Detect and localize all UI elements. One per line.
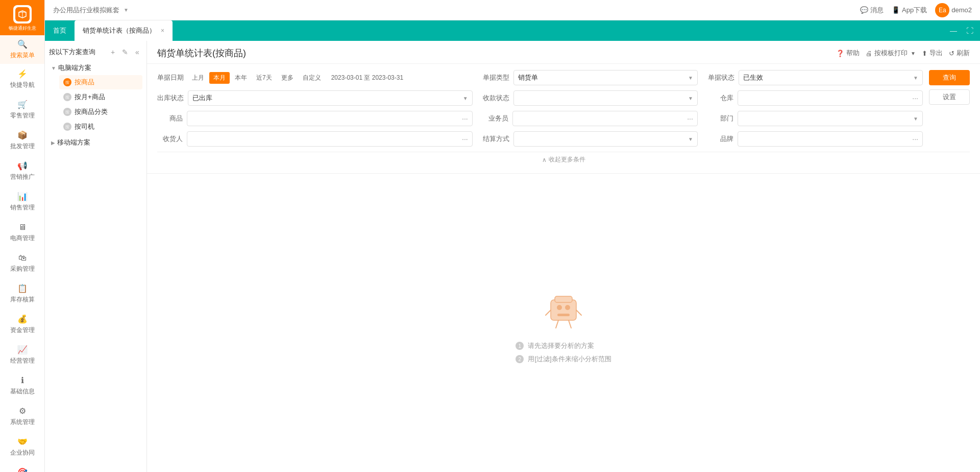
inventory-icon: 📋 <box>17 284 28 294</box>
help-btn[interactable]: ❓ 帮助 <box>836 49 860 58</box>
settings-button[interactable]: 设置 <box>929 89 970 105</box>
tree-child-bycategory[interactable]: 按 按商品分类 <box>59 105 142 119</box>
tree-arrow-mobile: ▶ <box>51 140 55 146</box>
payment-arrow[interactable]: ▼ <box>688 136 693 142</box>
sidebar-item-inventory[interactable]: 📋 库存核算 <box>0 278 44 309</box>
header-right: 💬 消息 📱 App下载 Ea demo2 <box>860 3 972 17</box>
workspace-dropdown-icon[interactable]: ▼ <box>124 7 129 13</box>
sales-icon: 📊 <box>17 192 28 202</box>
refresh-icon: ↺ <box>949 50 954 57</box>
brand-control[interactable]: ··· <box>738 131 923 147</box>
salesperson-dots[interactable]: ··· <box>687 114 693 123</box>
tree-label-mobile: 移动端方案 <box>57 138 90 147</box>
tab-minimize-btn[interactable]: — <box>947 25 960 37</box>
logo-icon <box>13 5 32 23</box>
tree-child-bygoods[interactable]: 按 按商品 <box>59 75 142 89</box>
message-btn[interactable]: 💬 消息 <box>860 6 884 15</box>
svg-rect-5 <box>557 314 570 316</box>
sidebar-item-operation[interactable]: 📈 经营管理 <box>0 340 44 370</box>
tab-active[interactable]: 销货单统计表（按商品） × <box>75 20 173 41</box>
sidebar-item-quicknav[interactable]: ⚡ 快捷导航 <box>0 64 44 95</box>
date-tab-thisyear[interactable]: 本年 <box>231 72 251 84</box>
date-tab-thismonth[interactable]: 本月 <box>209 72 230 84</box>
brand-label: 品牌 <box>708 134 733 144</box>
sidebar-item-ecommerce[interactable]: 🖥 电商管理 <box>0 217 44 248</box>
page-header: 销货单统计表(按商品) ❓ 帮助 🖨 按模板打印 ▼ ⬆ 导出 <box>147 41 980 64</box>
payment-control[interactable]: ▼ <box>513 131 698 147</box>
salesperson-control[interactable]: ··· <box>512 111 698 126</box>
sidebar-item-marketing[interactable]: 📢 营销推广 <box>0 156 44 186</box>
sidebar-item-sales[interactable]: 📊 销售管理 <box>0 186 44 217</box>
docstatus-arrow[interactable]: ▼ <box>913 75 918 81</box>
sidebar-item-purchase[interactable]: 🛍 采购管理 <box>0 248 44 278</box>
tree-child-bymonthgoods[interactable]: 按 按月+商品 <box>59 90 142 104</box>
date-tab-lastmonth[interactable]: 上月 <box>188 72 208 84</box>
filter-item-brand: 品牌 ··· <box>708 131 923 147</box>
tab-home[interactable]: 首页 <box>45 20 75 41</box>
sidebar-item-search[interactable]: 🔍 搜索菜单 <box>0 35 44 64</box>
docstatus-control[interactable]: 已生效 ▼ <box>739 70 923 85</box>
sidebar-item-newguide[interactable]: 🎯 新手引导 <box>0 462 44 472</box>
print-dropdown-icon: ▼ <box>911 51 916 56</box>
refresh-btn[interactable]: ↺ 刷新 <box>949 49 970 58</box>
sidebar-item-cooperation[interactable]: 🤝 企业协同 <box>0 432 44 462</box>
filter-fields: 单据日期 上月 本月 本年 近7天 更多 自定义 <box>157 70 923 152</box>
main-area: 办公用品行业模拟账套 ▼ 💬 消息 📱 App下载 Ea demo2 首页 <box>45 0 980 472</box>
tree-child-bydriver[interactable]: 按 按司机 <box>59 120 142 134</box>
message-icon: 💬 <box>860 6 868 14</box>
receiptstatus-control[interactable]: ▼ <box>513 90 698 106</box>
print-btn[interactable]: 🖨 按模板打印 ▼ <box>866 49 916 58</box>
tab-maximize-btn[interactable]: ⛶ <box>964 25 976 37</box>
edit-scheme-btn[interactable]: ✎ <box>120 47 130 57</box>
svg-rect-2 <box>555 296 572 302</box>
tab-close-btn[interactable]: × <box>161 27 164 34</box>
collapse-bar[interactable]: ∧ 收起更多条件 <box>157 152 970 167</box>
department-arrow[interactable]: ▼ <box>913 116 918 122</box>
sidebar-item-finance[interactable]: 💰 资金管理 <box>0 309 44 340</box>
date-tab-custom[interactable]: 自定义 <box>299 72 325 84</box>
receiptstatus-arrow[interactable]: ▼ <box>688 96 693 101</box>
filter-item-department: 部门 ▼ <box>708 111 923 126</box>
sidebar-item-basic[interactable]: ℹ 基础信息 <box>0 370 44 401</box>
receiver-dots[interactable]: ··· <box>462 135 468 143</box>
goods-dots[interactable]: ··· <box>462 114 468 123</box>
svg-point-4 <box>565 305 570 310</box>
print-icon: 🖨 <box>866 50 872 57</box>
logo-area[interactable]: 畅捷通好生意 <box>0 0 44 35</box>
export-btn[interactable]: ⬆ 导出 <box>922 49 943 58</box>
left-panel-title: 按以下方案查询 + ✎ « <box>49 47 142 57</box>
add-scheme-btn[interactable]: + <box>108 47 118 57</box>
sidebar-item-system[interactable]: ⚙ 系统管理 <box>0 401 44 432</box>
filter-row-3: 商品 ··· 业务员 <box>157 111 923 126</box>
sidebar-item-retail[interactable]: 🛒 零售管理 <box>0 95 44 125</box>
date-tab-more[interactable]: 更多 <box>277 72 298 84</box>
tree-arrow-desktop: ▼ <box>51 65 56 71</box>
top-header: 办公用品行业模拟账套 ▼ 💬 消息 📱 App下载 Ea demo2 <box>45 0 980 20</box>
warehouse-control[interactable]: ··· <box>738 90 923 106</box>
tree-parent-desktop[interactable]: ▼ 电脑端方案 <box>49 61 142 75</box>
tab-bar-right: — ⛶ <box>947 25 980 37</box>
user-info[interactable]: Ea demo2 <box>935 3 972 17</box>
tip-num-2: 2 <box>516 355 524 363</box>
tree-parent-mobile[interactable]: ▶ 移动端方案 <box>49 136 142 149</box>
cooperation-icon: 🤝 <box>17 437 28 447</box>
collapse-panel-btn[interactable]: « <box>132 47 142 57</box>
app-download-btn[interactable]: 📱 App下载 <box>892 6 927 15</box>
doctype-control[interactable]: 销货单 ▼ <box>513 70 698 85</box>
brand-dots[interactable]: ··· <box>912 135 918 143</box>
date-control[interactable]: 上月 本月 本年 近7天 更多 自定义 2023-03-01 至 2023-03… <box>188 70 473 85</box>
goods-control[interactable]: ··· <box>187 111 473 126</box>
doctype-arrow[interactable]: ▼ <box>688 75 693 81</box>
query-button[interactable]: 查询 <box>929 70 970 85</box>
sidebar-item-wholesale[interactable]: 📦 批发管理 <box>0 125 44 156</box>
receiver-control[interactable]: ··· <box>187 131 473 147</box>
outstatus-arrow[interactable]: ▼ <box>463 96 468 101</box>
avatar: Ea <box>935 3 949 17</box>
outstatus-control[interactable]: 已出库 ▼ <box>188 90 473 106</box>
collapse-icon: « <box>135 48 139 56</box>
date-tab-7days[interactable]: 近7天 <box>252 72 276 84</box>
warehouse-dots[interactable]: ··· <box>912 94 918 102</box>
department-control[interactable]: ▼ <box>738 111 923 126</box>
scheme-icon-bygoods: 按 <box>63 78 71 86</box>
filter-area: 单据日期 上月 本月 本年 近7天 更多 自定义 <box>147 64 980 174</box>
